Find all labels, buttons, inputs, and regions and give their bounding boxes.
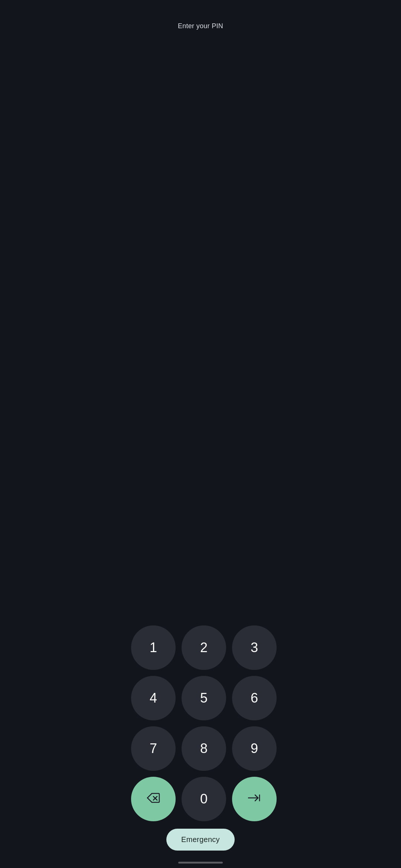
keypad-row-4: 0 xyxy=(131,777,270,821)
key-4[interactable]: 4 xyxy=(131,676,176,720)
key-8[interactable]: 8 xyxy=(182,726,226,771)
key-3[interactable]: 3 xyxy=(232,625,277,670)
key-0[interactable]: 0 xyxy=(182,777,226,821)
keypad: 1 2 3 4 5 6 7 xyxy=(121,625,280,821)
keypad-row-2: 4 5 6 xyxy=(131,676,270,720)
key-7[interactable]: 7 xyxy=(131,726,176,771)
key-9[interactable]: 9 xyxy=(232,726,277,771)
key-5[interactable]: 5 xyxy=(182,676,226,720)
backspace-button[interactable] xyxy=(131,777,176,821)
pin-prompt: Enter your PIN xyxy=(178,22,223,30)
key-6[interactable]: 6 xyxy=(232,676,277,720)
keypad-row-1: 1 2 3 xyxy=(131,625,270,670)
keypad-row-3: 7 8 9 xyxy=(131,726,270,771)
home-indicator xyxy=(178,862,223,864)
lock-screen: Enter your PIN 1 2 3 4 5 6 xyxy=(121,0,280,868)
emergency-button[interactable]: Emergency xyxy=(166,829,235,851)
confirm-icon xyxy=(248,793,261,806)
key-1[interactable]: 1 xyxy=(131,625,176,670)
backspace-icon xyxy=(147,793,160,806)
key-2[interactable]: 2 xyxy=(182,625,226,670)
confirm-button[interactable] xyxy=(232,777,277,821)
